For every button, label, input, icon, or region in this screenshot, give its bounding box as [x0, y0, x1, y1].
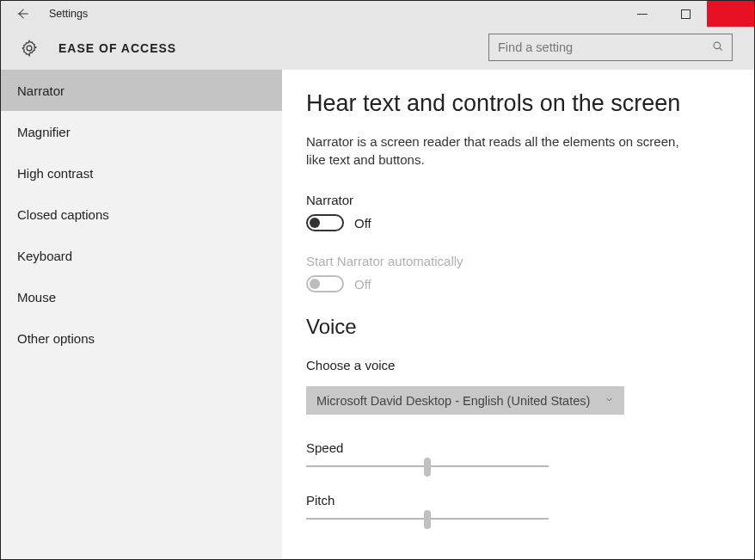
sidebar-item-closed-captions[interactable]: Closed captions	[1, 194, 282, 235]
speed-label: Speed	[306, 440, 720, 455]
autostart-toggle	[306, 275, 344, 292]
back-arrow-icon	[15, 6, 30, 22]
narrator-toggle-label: Narrator	[306, 193, 720, 207]
autostart-toggle-state: Off	[354, 277, 371, 292]
pitch-slider-thumb[interactable]	[424, 510, 431, 529]
page-heading: Hear text and controls on the screen	[306, 90, 720, 117]
chevron-down-icon	[605, 395, 614, 407]
svg-line-2	[720, 47, 722, 50]
sidebar-item-narrator[interactable]: Narrator	[1, 70, 282, 111]
settings-window: Settings EASE OF ACCESS Narrator Magnifi…	[0, 0, 755, 560]
main-panel: Hear text and controls on the screen Nar…	[282, 70, 754, 559]
sidebar-item-label: Mouse	[17, 290, 56, 305]
sidebar-item-keyboard[interactable]: Keyboard	[1, 235, 282, 276]
maximize-button[interactable]	[664, 1, 707, 27]
page-description: Narrator is a screen reader that reads a…	[306, 132, 684, 169]
autostart-toggle-label: Start Narrator automatically	[306, 254, 720, 268]
body: Narrator Magnifier High contrast Closed …	[1, 70, 754, 559]
voice-dropdown-value: Microsoft David Desktop - English (Unite…	[316, 394, 590, 408]
choose-voice-label: Choose a voice	[306, 358, 720, 372]
sidebar-item-mouse[interactable]: Mouse	[1, 276, 282, 317]
narrator-toggle[interactable]	[306, 214, 344, 231]
minimize-button[interactable]	[621, 1, 664, 27]
speed-slider[interactable]	[306, 465, 549, 467]
titlebar: Settings	[1, 1, 754, 27]
svg-point-0	[27, 46, 32, 51]
sidebar-item-label: Closed captions	[17, 207, 109, 222]
gear-icon	[20, 39, 39, 58]
close-button[interactable]	[707, 1, 754, 27]
back-button[interactable]	[1, 1, 44, 27]
pitch-label: Pitch	[306, 493, 720, 508]
voice-dropdown[interactable]: Microsoft David Desktop - English (Unite…	[306, 386, 624, 415]
sidebar: Narrator Magnifier High contrast Closed …	[1, 70, 282, 559]
narrator-toggle-state: Off	[354, 216, 371, 231]
sidebar-item-label: Keyboard	[17, 249, 72, 263]
window-controls	[621, 1, 754, 27]
sidebar-item-label: Magnifier	[17, 125, 71, 139]
sidebar-item-label: Other options	[17, 331, 95, 346]
category-title: EASE OF ACCESS	[58, 41, 176, 55]
pitch-slider[interactable]	[306, 518, 549, 520]
sidebar-item-magnifier[interactable]: Magnifier	[1, 111, 282, 152]
voice-heading: Voice	[306, 315, 720, 339]
sidebar-item-label: Narrator	[17, 83, 64, 98]
header: EASE OF ACCESS	[1, 27, 754, 70]
search-box[interactable]	[488, 34, 733, 61]
window-title: Settings	[49, 8, 88, 20]
sidebar-item-high-contrast[interactable]: High contrast	[1, 152, 282, 194]
search-icon	[704, 40, 732, 55]
sidebar-item-other-options[interactable]: Other options	[1, 317, 282, 359]
sidebar-item-label: High contrast	[17, 166, 93, 181]
svg-point-1	[714, 42, 721, 49]
search-input[interactable]	[489, 40, 704, 54]
speed-slider-thumb[interactable]	[424, 458, 431, 477]
